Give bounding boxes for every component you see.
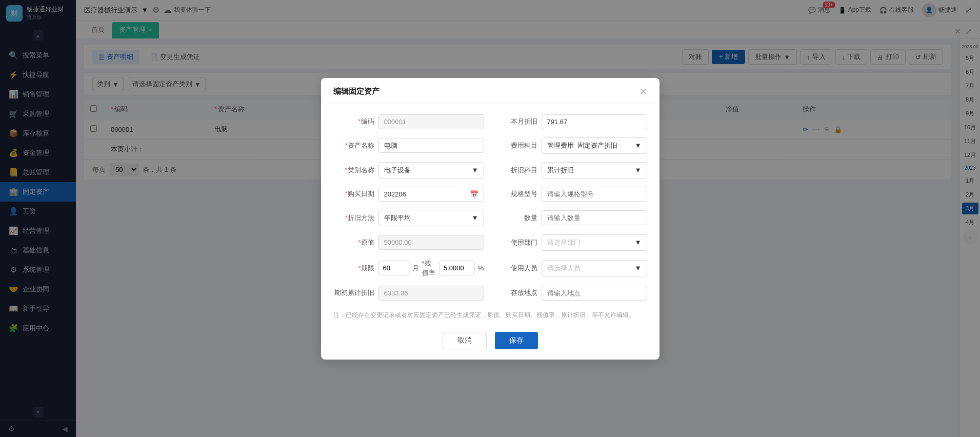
modal-body: *编码 本月折旧 *资产名称 (321, 104, 659, 311)
period-input[interactable] (378, 261, 409, 275)
form-row-period: *期限 月 *残值率 % (333, 259, 484, 277)
purchase-date-input[interactable]: 202206 📅 (378, 187, 484, 202)
quantity-input[interactable] (542, 210, 647, 225)
monthly-depr-label: 本月折旧 (496, 117, 537, 126)
location-input[interactable] (542, 286, 647, 301)
period-label: *期限 (333, 264, 374, 273)
dept-chevron-icon: ▼ (635, 239, 642, 246)
modal-overlay: 编辑固定资产 ✕ *编码 本月折旧 (0, 0, 980, 437)
cancel-button[interactable]: 取消 (443, 332, 487, 349)
depr-subject-select[interactable]: 累计折旧 ▼ (542, 162, 647, 178)
form-row-location: 存放地点 (496, 286, 647, 301)
form-row-purchase-date: *购买日期 202206 📅 (333, 187, 484, 202)
dept-label: 使用部门 (496, 238, 537, 247)
quantity-label: 数量 (496, 213, 537, 223)
location-label: 存放地点 (496, 288, 537, 297)
depr-method-label: *折旧方法 (333, 213, 374, 223)
initial-depr-label: 期初累计折旧 (333, 288, 374, 297)
modal-footer: 取消 保存 (321, 326, 659, 360)
modal-form: *编码 本月折旧 *资产名称 (333, 114, 647, 301)
modal-close-btn[interactable]: ✕ (639, 86, 647, 97)
spec-label: 规格型号 (496, 189, 537, 198)
category-label: *类别名称 (333, 166, 374, 175)
monthly-depr-input[interactable] (542, 114, 647, 129)
form-row-monthly-depr: 本月折旧 (496, 114, 647, 129)
depr-subject-label: 折旧科目 (496, 166, 537, 175)
code-label: *编码 (333, 117, 374, 126)
asset-name-input[interactable] (378, 138, 484, 153)
purchase-date-label: *购买日期 (333, 189, 374, 198)
save-button[interactable]: 保存 (495, 332, 538, 349)
modal-note: 注：已经存在变更记录或者对应固定资产已经生成凭证，原值、购买日期、残值率、累计折… (321, 311, 659, 326)
form-row-category: *类别名称 电子设备 ▼ (333, 162, 484, 178)
residual-rate-unit: % (478, 264, 484, 272)
form-row-original-value: *原值 (333, 234, 484, 251)
expense-subject-chevron-icon: ▼ (635, 142, 642, 149)
edit-asset-modal: 编辑固定资产 ✕ *编码 本月折旧 (321, 78, 659, 360)
original-value-label: *原值 (333, 238, 374, 247)
form-row-quantity: 数量 (496, 210, 647, 226)
user-label: 使用人员 (496, 264, 537, 273)
expense-subject-label: 费用科目 (496, 141, 537, 150)
dept-select[interactable]: 请选择部门 ▼ (542, 234, 647, 251)
modal-header: 编辑固定资产 ✕ (321, 78, 659, 104)
depr-subject-chevron-icon: ▼ (635, 166, 642, 174)
form-row-expense-subject: 费用科目 管理费用_固定资产折旧 ▼ (496, 137, 647, 154)
spec-input[interactable] (542, 187, 647, 202)
calendar-icon: 📅 (470, 190, 478, 198)
residual-rate-input[interactable] (439, 261, 475, 275)
period-unit-label: 月 (412, 264, 419, 273)
depr-method-select[interactable]: 年限平均 ▼ (378, 210, 484, 226)
form-row-user: 使用人员 请选择人员 ▼ (496, 259, 647, 277)
form-row-initial-depr: 期初累计折旧 (333, 286, 484, 301)
initial-depr-input[interactable] (378, 286, 484, 301)
form-row-code: *编码 (333, 114, 484, 129)
modal-title: 编辑固定资产 (333, 87, 379, 96)
form-row-asset-name: *资产名称 (333, 137, 484, 154)
expense-subject-select[interactable]: 管理费用_固定资产折旧 ▼ (542, 137, 647, 154)
original-value-input[interactable] (378, 235, 484, 250)
category-chevron-icon: ▼ (472, 166, 478, 174)
residual-rate-label: *残值率 (422, 259, 436, 277)
form-row-dept: 使用部门 请选择部门 ▼ (496, 234, 647, 251)
form-row-spec: 规格型号 (496, 187, 647, 202)
period-residual-group: 月 *残值率 % (378, 259, 484, 277)
code-input[interactable] (378, 114, 484, 129)
form-row-depr-method: *折旧方法 年限平均 ▼ (333, 210, 484, 226)
user-select[interactable]: 请选择人员 ▼ (542, 260, 647, 276)
depr-method-chevron-icon: ▼ (472, 214, 478, 222)
category-select[interactable]: 电子设备 ▼ (378, 162, 484, 178)
asset-name-label: *资产名称 (333, 141, 374, 150)
form-row-depr-subject: 折旧科目 累计折旧 ▼ (496, 162, 647, 178)
user-chevron-icon: ▼ (635, 264, 642, 272)
